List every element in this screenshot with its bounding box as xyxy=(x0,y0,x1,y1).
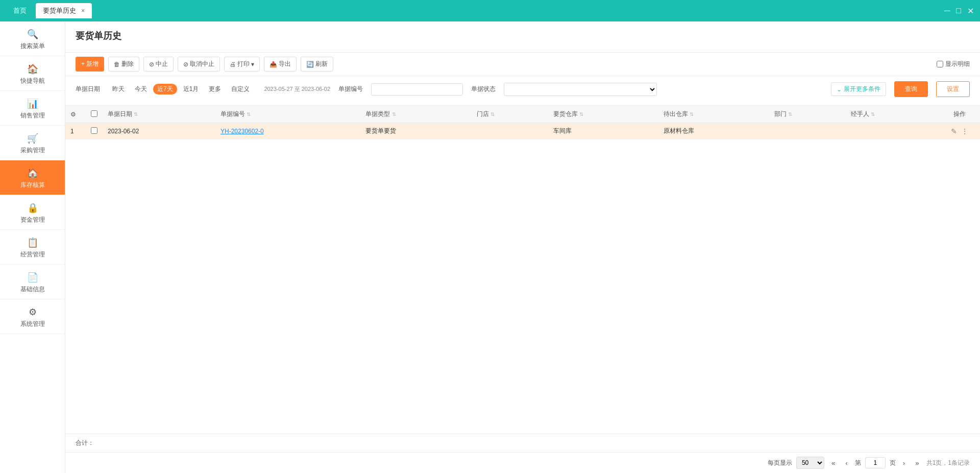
data-table: ⚙ 单据日期 ⇅ 单据编号 ⇅ 单据类型 ⇅ 门店 ⇅ 要货仓库 ⇅ 待出仓库 … xyxy=(65,106,980,139)
row-checkbox[interactable] xyxy=(91,127,97,134)
home-tab[interactable]: 首页 xyxy=(6,3,34,18)
table-footer: 合计： xyxy=(65,434,980,452)
date-btn-yesterday[interactable]: 昨天 xyxy=(108,84,129,94)
search-menu-icon: 🔍 xyxy=(27,29,38,40)
date-filter-label: 单据日期 xyxy=(76,85,100,93)
sidebar-item-purchase[interactable]: 🛒 采购管理 xyxy=(0,126,65,160)
col-settings[interactable]: ⚙ xyxy=(65,106,86,123)
cancel-stop-button[interactable]: ⊘ 取消中止 xyxy=(178,57,220,72)
sort-doc-type-icon: ⇅ xyxy=(392,111,396,117)
stop-button[interactable]: ⊘ 中止 xyxy=(143,57,174,72)
sidebar-item-operation[interactable]: 📋 经营管理 xyxy=(0,230,65,265)
sidebar-item-label: 基础信息 xyxy=(20,285,45,294)
sidebar-item-label: 经营管理 xyxy=(20,250,45,259)
doc-number-label: 单据编号 xyxy=(338,85,363,93)
maximize-icon[interactable]: □ xyxy=(956,6,961,15)
expand-icon: ⌄ xyxy=(837,86,842,93)
export-button[interactable]: 📤 导出 xyxy=(264,57,297,72)
sidebar-item-system[interactable]: ⚙ 系统管理 xyxy=(0,299,65,334)
sort-doc-date-icon: ⇅ xyxy=(134,111,138,117)
col-doc-type[interactable]: 单据类型 ⇅ xyxy=(360,106,471,123)
row-doc-date: 2023-06-02 xyxy=(103,123,215,139)
refresh-icon: 🔄 xyxy=(306,61,314,68)
table-area: ⚙ 单据日期 ⇅ 单据编号 ⇅ 单据类型 ⇅ 门店 ⇅ 要货仓库 ⇅ 待出仓库 … xyxy=(65,106,980,434)
filter-row: 单据日期 昨天 今天 近7天 近1月 更多 自定义 2023-05-27 至 2… xyxy=(76,81,970,97)
row-num: 1 xyxy=(65,123,86,139)
finance-icon: 🔒 xyxy=(27,202,38,214)
display-detail-toggle[interactable]: 显示明细 xyxy=(937,60,970,68)
minimize-icon[interactable]: ─ xyxy=(944,6,950,15)
row-checkbox-cell[interactable] xyxy=(86,123,103,139)
doc-number-input[interactable] xyxy=(371,83,463,96)
table-row: 1 2023-06-02 YH-20230602-0 要货单要货 车间库 原材料… xyxy=(65,123,980,139)
page-input[interactable] xyxy=(865,457,886,468)
col-store[interactable]: 门店 ⇅ xyxy=(472,106,548,123)
prev-page-button[interactable]: ‹ xyxy=(842,458,850,468)
sidebar-item-label: 搜索菜单 xyxy=(20,42,45,51)
content-area: 要货单历史 + 新增 🗑 删除 ⊘ 中止 ⊘ 取消中止 xyxy=(65,21,980,473)
sort-dept-icon: ⇅ xyxy=(788,111,792,117)
table-body: 1 2023-06-02 YH-20230602-0 要货单要货 车间库 原材料… xyxy=(65,123,980,139)
sidebar-item-label: 库存核算 xyxy=(20,181,45,190)
col-ops: 操作 xyxy=(939,106,980,123)
new-button[interactable]: + 新增 xyxy=(76,57,104,72)
col-doc-number[interactable]: 单据编号 ⇅ xyxy=(215,106,360,123)
row-edit-icon[interactable]: ✎ xyxy=(951,127,957,135)
sidebar: 🔍 搜索菜单 🏠 快捷导航 📊 销售管理 🛒 采购管理 🏠 库存核算 🔒 xyxy=(0,21,65,473)
date-btn-7days[interactable]: 近7天 xyxy=(153,84,177,94)
select-all-checkbox[interactable] xyxy=(91,110,97,117)
row-doc-type: 要货单要货 xyxy=(360,123,471,139)
topbar-window-controls: ─ □ ✕ xyxy=(944,6,974,16)
basic-info-icon: 📄 xyxy=(27,272,38,283)
page-size-select[interactable]: 50 100 xyxy=(796,457,824,469)
stop-icon: ⊘ xyxy=(149,61,154,68)
quick-nav-icon: 🏠 xyxy=(27,63,38,75)
col-handler[interactable]: 经手人 ⇅ xyxy=(846,106,939,123)
sort-req-warehouse-icon: ⇅ xyxy=(579,111,583,117)
col-department[interactable]: 部门 ⇅ xyxy=(769,106,846,123)
settings-button[interactable]: 设置 xyxy=(936,81,970,97)
col-dest-warehouse[interactable]: 待出仓库 ⇅ xyxy=(658,106,769,123)
query-button[interactable]: 查询 xyxy=(894,81,928,97)
col-checkbox[interactable] xyxy=(86,106,103,123)
date-range-display: 2023-05-27 至 2023-06-02 xyxy=(264,85,330,93)
sidebar-item-search-menu[interactable]: 🔍 搜索菜单 xyxy=(0,21,65,56)
toolbar: + 新增 🗑 删除 ⊘ 中止 ⊘ 取消中止 🖨 打印 ▾ xyxy=(65,53,980,76)
row-doc-number[interactable]: YH-20230602-0 xyxy=(215,123,360,139)
sidebar-item-quick-nav[interactable]: 🏠 快捷导航 xyxy=(0,56,65,91)
date-btn-1month[interactable]: 近1月 xyxy=(179,84,203,94)
row-more-icon[interactable]: ⋮ xyxy=(961,127,968,135)
last-page-button[interactable]: » xyxy=(912,458,922,468)
sidebar-item-finance[interactable]: 🔒 资金管理 xyxy=(0,195,65,230)
delete-button[interactable]: 🗑 删除 xyxy=(108,57,139,72)
sort-doc-number-icon: ⇅ xyxy=(247,111,251,117)
display-detail-checkbox[interactable] xyxy=(937,61,943,67)
row-department xyxy=(769,123,846,139)
sidebar-item-label: 系统管理 xyxy=(20,320,45,328)
print-button[interactable]: 🖨 打印 ▾ xyxy=(224,57,260,72)
expand-filter-button[interactable]: ⌄ 展开更多条件 xyxy=(831,82,886,96)
date-btn-custom[interactable]: 自定义 xyxy=(227,84,254,94)
row-ops: ✎ ⋮ xyxy=(939,123,980,139)
next-page-button[interactable]: › xyxy=(900,458,908,468)
sidebar-item-label: 采购管理 xyxy=(20,146,45,155)
active-tab[interactable]: 要货单历史 × xyxy=(36,3,92,18)
sidebar-item-basic-info[interactable]: 📄 基础信息 xyxy=(0,265,65,299)
row-handler xyxy=(846,123,939,139)
col-doc-date[interactable]: 单据日期 ⇅ xyxy=(103,106,215,123)
tab-close-icon[interactable]: × xyxy=(81,7,85,14)
close-window-icon[interactable]: ✕ xyxy=(967,6,974,16)
doc-status-select[interactable] xyxy=(504,83,657,96)
page-title: 要货单历史 xyxy=(76,30,970,42)
system-icon: ⚙ xyxy=(29,306,37,318)
sort-handler-icon: ⇅ xyxy=(871,111,875,117)
col-req-warehouse[interactable]: 要货仓库 ⇅ xyxy=(548,106,658,123)
sidebar-item-sales[interactable]: 📊 销售管理 xyxy=(0,91,65,126)
refresh-button[interactable]: 🔄 刷新 xyxy=(301,57,333,72)
date-btn-more[interactable]: 更多 xyxy=(205,84,225,94)
page-suffix: 页 xyxy=(890,459,896,467)
date-btn-today[interactable]: 今天 xyxy=(131,84,151,94)
sidebar-item-inventory[interactable]: 🏠 库存核算 xyxy=(0,160,65,195)
first-page-button[interactable]: « xyxy=(828,458,838,468)
total-info: 共1页，1条记录 xyxy=(926,459,970,467)
